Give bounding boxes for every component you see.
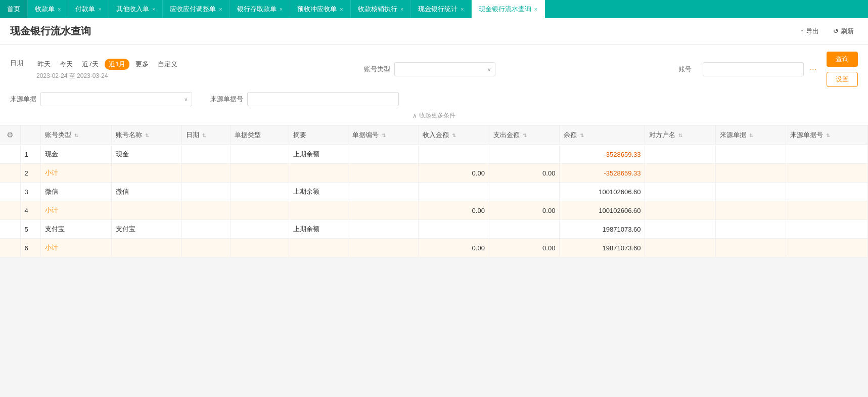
nav-tab-cash-bank-stats-label: 现金银行统计 [418, 5, 458, 14]
table-row[interactable]: 2 小计 0.00 0.00 -3528659.33 [0, 164, 868, 183]
col-source-doc[interactable]: 来源单据 ⇅ [715, 125, 786, 145]
cell-source-doc [715, 201, 786, 220]
date-btn-1month[interactable]: 近1月 [105, 59, 129, 70]
date-btn-today[interactable]: 今天 [57, 59, 76, 70]
cell-source-doc-no [786, 239, 868, 257]
source-doc-no-input[interactable] [247, 92, 399, 106]
cell-date [182, 164, 231, 183]
nav-tab-bank-deposit-close[interactable]: × [280, 6, 283, 12]
refresh-label: 刷新 [841, 27, 854, 36]
nav-tab-other-income-close[interactable]: × [152, 6, 155, 12]
cell-summary [289, 239, 348, 257]
cell-date [182, 201, 231, 220]
source-doc-chevron: ∨ [184, 97, 188, 102]
query-button[interactable]: 查询 [827, 52, 858, 67]
date-btn-7days[interactable]: 近7天 [79, 59, 102, 70]
nav-tab-cash-bank-stats[interactable]: 现金银行统计 × [411, 0, 471, 18]
nav-tab-advance-offset[interactable]: 预收冲应收单 × [290, 0, 350, 18]
more-options-btn[interactable]: ··· [808, 65, 818, 74]
nav-tab-payment[interactable]: 付款单 × [68, 0, 109, 18]
col-date[interactable]: 日期 ⇅ [182, 125, 231, 145]
col-expense[interactable]: 支出金额 ⇅ [489, 125, 559, 145]
cell-date [182, 220, 231, 239]
nav-tab-payment-close[interactable]: × [98, 6, 101, 12]
col-source-doc-no[interactable]: 来源单据号 ⇅ [786, 125, 868, 145]
nav-tab-cash-bank-flow-close[interactable]: × [534, 6, 537, 12]
col-source-doc-sort: ⇅ [749, 133, 753, 138]
source-doc-select[interactable]: ∨ [40, 92, 192, 106]
nav-tab-ap-adjust-close[interactable]: × [219, 6, 222, 12]
page-header: 现金银行流水查询 ↑ 导出 ↺ 刷新 [0, 18, 868, 45]
collapse-bar[interactable]: ∧ 收起更多条件 [10, 111, 858, 120]
cell-account-name: 微信 [111, 183, 181, 201]
cell-num: 6 [20, 239, 41, 257]
export-button[interactable]: ↑ 导出 [797, 25, 824, 38]
table-row[interactable]: 1 现金 现金 上期余额 -3528659.33 [0, 145, 868, 164]
gear-icon[interactable]: ⚙ [7, 130, 13, 139]
nav-tab-collection-exec[interactable]: 收款核销执行 × [351, 0, 411, 18]
nav-tab-ap-adjust[interactable]: 应收应付调整单 × [163, 0, 230, 18]
col-income[interactable]: 收入金额 ⇅ [419, 125, 489, 145]
col-balance[interactable]: 余额 ⇅ [560, 125, 645, 145]
cell-expense [489, 145, 559, 164]
nav-tab-bank-deposit-label: 银行存取款单 [237, 5, 277, 14]
nav-tab-cash-bank-flow[interactable]: 现金银行流水查询 × [472, 0, 545, 18]
col-account-name[interactable]: 账号名称 ⇅ [111, 125, 181, 145]
cell-summary: 上期余额 [289, 220, 348, 239]
nav-tab-bank-deposit[interactable]: 银行存取款单 × [230, 0, 290, 18]
nav-tab-cash-bank-stats-close[interactable]: × [461, 6, 464, 12]
cell-doc-no [348, 220, 418, 239]
col-counterpart-sort: ⇅ [678, 133, 682, 138]
cell-account-type: 小计 [41, 239, 111, 257]
settings-button[interactable]: 设置 [827, 72, 858, 87]
date-filter-group: 日期 昨天 今天 近7天 近1月 更多 自定义 2023-02-24 至 202… [10, 59, 180, 80]
cell-source-doc-no [786, 183, 868, 201]
nav-tab-receipt-close[interactable]: × [58, 6, 61, 12]
table-row[interactable]: 3 微信 微信 上期余额 100102606.60 [0, 183, 868, 201]
source-doc-no-filter: 来源单据号 [210, 92, 399, 106]
nav-tab-receipt[interactable]: 收款单 × [28, 0, 68, 18]
account-type-select[interactable]: ∨ [394, 62, 495, 76]
col-account-type-label: 账号类型 [45, 131, 71, 139]
cell-date [182, 183, 231, 201]
cell-source-doc-no [786, 201, 868, 220]
nav-tab-home[interactable]: 首页 [0, 0, 28, 18]
nav-tab-advance-offset-close[interactable]: × [340, 6, 343, 12]
date-btn-yesterday[interactable]: 昨天 [34, 59, 54, 70]
cell-doc-no [348, 145, 418, 164]
account-number-input[interactable] [703, 62, 804, 76]
cell-balance: 19871073.60 [560, 239, 645, 257]
right-actions: 查询 设置 [827, 52, 858, 87]
col-date-sort: ⇅ [202, 133, 206, 138]
table-row[interactable]: 5 支付宝 支付宝 上期余额 19871073.60 [0, 220, 868, 239]
data-table: ⚙ 账号类型 ⇅ 账号名称 ⇅ 日期 ⇅ 单据类型 [0, 125, 868, 257]
col-counterpart[interactable]: 对方户名 ⇅ [645, 125, 715, 145]
cell-counterpart [645, 239, 715, 257]
date-btn-more[interactable]: 更多 [132, 59, 152, 70]
table-row[interactable]: 4 小计 0.00 0.00 100102606.60 [0, 201, 868, 220]
cell-income [419, 220, 489, 239]
cell-doc-no [348, 183, 418, 201]
col-expense-label: 支出金额 [493, 131, 520, 139]
cell-summary: 上期余额 [289, 183, 348, 201]
cell-doc-no [348, 201, 418, 220]
col-settings[interactable]: ⚙ [0, 125, 20, 145]
col-account-name-sort: ⇅ [145, 133, 149, 138]
col-income-label: 收入金额 [423, 131, 449, 139]
cell-income: 0.00 [419, 239, 489, 257]
header-actions: ↑ 导出 ↺ 刷新 [797, 25, 858, 38]
date-btn-custom[interactable]: 自定义 [155, 59, 180, 70]
col-account-type[interactable]: 账号类型 ⇅ [41, 125, 111, 145]
table-row[interactable]: 6 小计 0.00 0.00 19871073.60 [0, 239, 868, 257]
cell-doc-type [230, 164, 289, 183]
col-balance-sort: ⇅ [580, 133, 584, 138]
nav-tab-collection-exec-close[interactable]: × [400, 6, 403, 12]
refresh-button[interactable]: ↺ 刷新 [829, 25, 858, 38]
col-doc-no[interactable]: 单据编号 ⇅ [348, 125, 418, 145]
account-type-label: 账号类型 [364, 65, 390, 74]
nav-tab-other-income[interactable]: 其他收入单 × [109, 0, 163, 18]
cell-expense: 0.00 [489, 164, 559, 183]
source-doc-filter: 来源单据 ∨ [10, 92, 192, 106]
col-doc-type: 单据类型 [230, 125, 289, 145]
table-container: ⚙ 账号类型 ⇅ 账号名称 ⇅ 日期 ⇅ 单据类型 [0, 125, 868, 257]
